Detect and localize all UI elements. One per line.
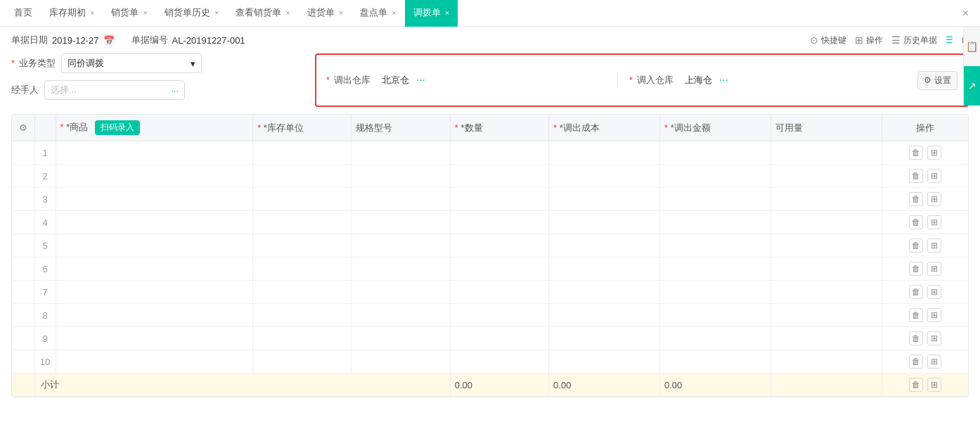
tab-inventory-check[interactable]: 盘点单 × <box>352 0 404 27</box>
tab-transfer-close[interactable]: × <box>445 8 449 17</box>
delete-icon[interactable]: 🗑 <box>909 215 923 229</box>
operations-button[interactable]: ⊞ 操作 <box>855 34 883 46</box>
row-product[interactable] <box>56 304 253 327</box>
settings-button[interactable]: ⚙ 设置 <box>917 71 958 90</box>
delete-icon[interactable]: 🗑 <box>909 262 923 276</box>
row-product[interactable] <box>56 327 253 350</box>
history-label: 历史单据 <box>903 34 937 46</box>
row-available <box>771 234 882 257</box>
transfer-in-more-button[interactable]: ··· <box>719 74 728 87</box>
tab-view-sales-close[interactable]: × <box>285 8 290 17</box>
col-gear[interactable]: ⚙ <box>12 115 34 141</box>
tab-purchase-order-close[interactable]: × <box>339 8 343 17</box>
delete-icon[interactable]: 🗑 <box>909 285 923 299</box>
table-body: 1 🗑 ⊞ 2 <box>12 141 968 397</box>
copy-icon[interactable]: ⊞ <box>927 308 941 322</box>
copy-icon[interactable]: ⊞ <box>927 331 941 345</box>
row-product[interactable] <box>56 165 253 188</box>
in-required-star: * <box>629 75 633 85</box>
copy-icon[interactable]: ⊞ <box>927 355 941 369</box>
row-cost <box>549 165 660 188</box>
row-cost <box>549 327 660 350</box>
operations-icon: ⊞ <box>855 34 863 46</box>
row-qty <box>450 327 548 350</box>
tab-home[interactable]: 首页 <box>6 0 41 27</box>
row-product[interactable] <box>56 188 253 211</box>
business-type-dropdown[interactable]: 同价调拨 ▾ <box>61 53 202 73</box>
delete-icon[interactable]: 🗑 <box>909 192 923 206</box>
delete-icon[interactable]: 🗑 <box>909 308 923 322</box>
copy-icon[interactable]: ⊞ <box>927 146 941 160</box>
row-available <box>771 141 882 165</box>
transfer-in-warehouse-field: * 调入仓库 上海仓 ··· <box>629 74 909 87</box>
delete-icon[interactable]: 🗑 <box>909 169 923 183</box>
copy-icon[interactable]: ⊞ <box>927 262 941 276</box>
tab-sales-order[interactable]: 销货单 × <box>103 0 155 27</box>
row-spec <box>352 281 450 304</box>
copy-icon[interactable]: ⊞ <box>927 215 941 229</box>
copy-icon[interactable]: ⊞ <box>927 238 941 253</box>
row-spec <box>352 350 450 374</box>
calendar-icon[interactable]: 📅 <box>103 35 115 46</box>
copy-icon[interactable]: ⊞ <box>927 378 941 392</box>
transfer-out-more-button[interactable]: ··· <box>416 74 425 87</box>
tab-view-sales[interactable]: 查看销货单 × <box>227 0 298 27</box>
tab-transfer-label: 调拨单 <box>413 6 441 19</box>
copy-icon[interactable]: ⊞ <box>927 192 941 206</box>
subtotal-gear-cell <box>12 374 34 397</box>
row-num: 7 <box>34 281 56 304</box>
row-product[interactable] <box>56 281 253 304</box>
list-view-button[interactable]: ☰ <box>946 35 953 45</box>
row-amount <box>659 211 771 234</box>
row-actions: 🗑 ⊞ <box>882 327 968 350</box>
row-cost <box>549 188 660 211</box>
row-product[interactable] <box>56 211 253 234</box>
history-button[interactable]: ☰ 历史单据 <box>891 34 937 46</box>
handler-input[interactable]: 选择... ··· <box>44 80 185 100</box>
col-spec: 规格型号 <box>352 115 450 141</box>
window-close-button[interactable]: × <box>957 7 974 20</box>
row-product[interactable] <box>56 257 253 281</box>
delete-icon[interactable]: 🗑 <box>909 355 923 369</box>
delete-icon[interactable]: 🗑 <box>909 331 923 345</box>
row-cost <box>549 211 660 234</box>
row-product[interactable] <box>56 350 253 374</box>
row-amount <box>659 188 771 211</box>
tab-inventory-check-close[interactable]: × <box>392 8 396 17</box>
row-gear-cell <box>12 188 34 211</box>
header-row: 单据日期 2019-12-27 📅 单据编号 AL-20191227-001 ⊙… <box>11 34 969 46</box>
row-amount <box>659 165 771 188</box>
subtotal-actions: 🗑 ⊞ <box>882 374 968 397</box>
tab-inventory-init[interactable]: 库存期初 × <box>41 0 103 27</box>
row-qty <box>450 304 548 327</box>
row-product[interactable] <box>56 234 253 257</box>
delete-icon[interactable]: 🗑 <box>909 378 923 392</box>
row-amount <box>659 234 771 257</box>
row-product[interactable] <box>56 141 253 165</box>
panel-expand-icon[interactable]: ↗ <box>963 66 980 106</box>
tab-purchase-order[interactable]: 进货单 × <box>299 0 352 27</box>
delete-icon[interactable]: 🗑 <box>909 238 923 253</box>
tab-transfer[interactable]: 调拨单 × <box>405 0 458 27</box>
table-row: 9 🗑 ⊞ <box>12 327 968 350</box>
shortcut-button[interactable]: ⊙ 快捷键 <box>810 34 846 46</box>
panel-notes-icon[interactable]: 📋 <box>963 27 980 66</box>
subtotal-avail <box>771 374 882 397</box>
out-required-star: * <box>326 75 330 85</box>
row-num: 6 <box>34 257 56 281</box>
row-qty <box>450 350 548 374</box>
tab-inventory-init-close[interactable]: × <box>90 8 94 17</box>
copy-icon[interactable]: ⊞ <box>927 285 941 299</box>
tab-sales-history[interactable]: 销货单历史 × <box>156 0 227 27</box>
form-left: * 业务类型 同价调拨 ▾ 经手人 选择... ··· <box>11 53 307 107</box>
col-qty: * *数量 <box>450 115 548 141</box>
warehouse-divider <box>617 72 618 89</box>
transfer-out-label: * 调出仓库 <box>326 74 370 87</box>
tab-sales-history-close[interactable]: × <box>214 8 219 17</box>
row-cost <box>549 281 660 304</box>
tab-sales-order-close[interactable]: × <box>143 8 147 17</box>
delete-icon[interactable]: 🗑 <box>909 146 923 160</box>
copy-icon[interactable]: ⊞ <box>927 169 941 183</box>
tab-view-sales-label: 查看销货单 <box>236 6 281 19</box>
scan-button[interactable]: 扫码录入 <box>95 120 140 135</box>
